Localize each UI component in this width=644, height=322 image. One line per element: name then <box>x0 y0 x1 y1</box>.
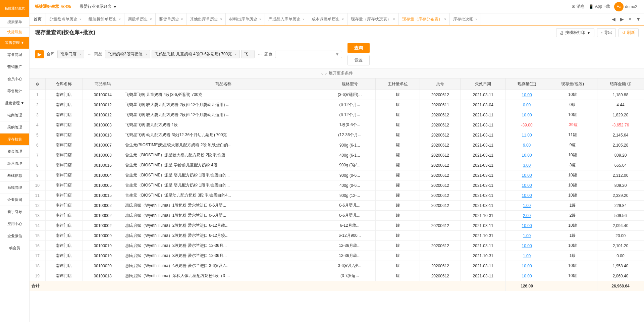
tab-mix-history[interactable]: 调拨单历史 × <box>124 13 156 25</box>
messages-button[interactable]: ✉ 消息 <box>572 4 585 9</box>
query-button[interactable]: 查询 <box>347 43 370 53</box>
tab-close-disassembly[interactable]: × <box>119 17 121 21</box>
sidebar-item-app-center[interactable]: 应用中心 <box>0 218 29 230</box>
tab-menu-button[interactable]: ▼ <box>634 16 643 22</box>
cell-qty-main[interactable]: 10.00 <box>506 170 548 180</box>
warehouse-tag-close[interactable]: × <box>79 52 81 56</box>
expand-more-conditions[interactable]: ⌄⌄ 展开更多条件 <box>30 68 644 78</box>
sidebar-item-finance-mgmt[interactable]: 资金管理 <box>0 146 29 158</box>
cell-amount: 509.56 <box>597 211 644 221</box>
table-row: 14南岸门店00100002惠氏启赋（Wyeth illuma）2段奶粉 爱尔兰… <box>30 221 644 231</box>
refresh-button[interactable]: ↺ 刷新 <box>619 28 639 37</box>
sidebar-item-new-guide[interactable]: 新手引导 <box>0 206 29 218</box>
tab-close-other-outbound[interactable]: × <box>220 17 222 21</box>
tab-close-cost[interactable]: × <box>342 17 344 21</box>
tab-prev-button[interactable]: ◀ <box>610 16 618 22</box>
sidebar-item-retail-shop[interactable]: 零售商城 <box>0 49 29 61</box>
cell-qty-main[interactable]: 10.00 <box>506 180 548 191</box>
product-tag-1-close[interactable]: × <box>145 52 147 56</box>
th-settings[interactable]: ⚙ <box>30 78 45 90</box>
warehouse-more-icon[interactable]: ··· <box>88 52 92 57</box>
template-print-button[interactable]: 🖨 按模板打印 ▼ <box>556 28 594 37</box>
cell-qty-pkg: 10罐 <box>548 221 597 231</box>
cell-qty-main[interactable]: 10.00 <box>506 110 548 120</box>
cell-code: 00100018 <box>83 271 123 281</box>
sidebar-item-purchase-mgmt[interactable]: 采购管理 <box>0 121 29 133</box>
tab-close-batch[interactable]: × <box>475 17 477 21</box>
sidebar-search[interactable]: 搜索菜单 <box>0 17 29 28</box>
th-qty-pkg: 现存量(包装) <box>548 78 597 90</box>
sidebar-item-retail-mgmt[interactable]: 零售管理 ▼ <box>0 37 29 49</box>
tab-next-button[interactable]: ▶ <box>618 16 626 22</box>
sidebar-item-wholesale-mgmt[interactable]: 批发管理 ▼ <box>0 97 29 109</box>
tab-home[interactable]: 首页 <box>30 13 46 25</box>
sidebar-item-business-mgmt[interactable]: 经营管理 <box>0 158 29 170</box>
tab-close-finished[interactable]: × <box>303 17 305 21</box>
th-name: 商品名称 <box>123 78 324 90</box>
cell-qty-pkg: 11罐 <box>548 130 597 140</box>
sidebar-item-enterprise-wechat[interactable]: 企业微信 <box>0 230 29 242</box>
tab-inventory-status[interactable]: 现存量（库存状况表） × <box>347 13 399 25</box>
product-tag-2-close[interactable]: × <box>234 52 236 56</box>
download-icon: 📱 <box>589 4 594 9</box>
filter-expand-button[interactable]: ▶ <box>35 50 44 58</box>
cell-qty-main[interactable]: 10.00 <box>506 241 548 251</box>
cell-qty-main[interactable]: 10.00 <box>506 191 548 201</box>
cell-qty-main[interactable]: 10.00 <box>506 90 548 100</box>
app-download-button[interactable]: 📱 App下载 <box>589 4 610 9</box>
cell-batch: 20200612 <box>420 261 461 271</box>
product-more-icon[interactable]: ··· <box>258 52 262 57</box>
cell-code: 00100012 <box>83 110 123 120</box>
industry-selector[interactable]: 母婴行业演示账套 ▼ <box>77 4 120 9</box>
cell-qty-main[interactable]: 11.00 <box>506 130 548 140</box>
tab-inventory-dist[interactable]: 现存量（库存分布表） × <box>399 13 450 25</box>
cell-code: 00100005 <box>83 180 123 191</box>
sidebar-item-inventory-check[interactable]: 库存核算 <box>0 133 29 146</box>
sidebar-item-retail-stats[interactable]: 零售统计 <box>0 85 29 97</box>
cell-qty-main[interactable]: 10.00 <box>506 261 548 271</box>
tab-inventory-batch[interactable]: 库存批次账 × <box>450 13 481 25</box>
tab-close-split-inventory[interactable]: × <box>79 17 82 21</box>
tab-cost-adjust[interactable]: 成本调整单历史 × <box>308 13 347 25</box>
tab-close-material[interactable]: × <box>259 17 261 21</box>
tab-close-status[interactable]: × <box>393 17 395 21</box>
cell-expire: 2021-03-11 <box>461 160 506 170</box>
cell-code: 00100008 <box>83 150 123 160</box>
tab-close-dist[interactable]: × <box>444 17 446 21</box>
cell-qty-main[interactable]: 10.00 <box>506 150 548 160</box>
sidebar-item-marketing[interactable]: 营销推广 <box>0 61 29 73</box>
cell-qty-main[interactable]: 9.00 <box>506 140 548 150</box>
cell-qty-main[interactable]: 1.00 <box>506 231 548 241</box>
sidebar-item-enterprise-collab[interactable]: 企业协同 <box>0 194 29 206</box>
tab-split-inventory[interactable]: 分量盘点单历史 × <box>46 13 85 25</box>
cell-qty-main[interactable]: 0.00 <box>506 100 548 110</box>
tab-finished-inbound[interactable]: 产成品入库单历史 × <box>265 13 308 25</box>
tab-other-outbound[interactable]: 其他出库单历史 × <box>186 13 226 25</box>
sidebar-item-vip-member[interactable]: 畅会员 <box>0 242 29 254</box>
tab-material-outbound[interactable]: 材料出库单历史 × <box>226 13 265 25</box>
cell-qty-main[interactable]: -39.00 <box>506 120 548 130</box>
cell-qty-pkg: 1罐 <box>548 231 597 241</box>
sidebar-item-member-center[interactable]: 会员中心 <box>0 73 29 85</box>
cell-qty-main[interactable]: 1.00 <box>506 201 548 211</box>
filter-settings-button[interactable]: 设置 <box>347 55 370 65</box>
tab-close-request[interactable]: × <box>181 17 183 21</box>
export-button[interactable]: ↑ 导出 <box>597 28 616 37</box>
cell-qty-main[interactable]: 10.00 <box>506 271 548 281</box>
cell-qty-pkg: 10罐 <box>548 150 597 160</box>
tab-disassembly-history[interactable]: 组装拆卸单历史 × <box>85 13 124 25</box>
cell-qty-main[interactable]: 1.00 <box>506 251 548 261</box>
color-filter-input[interactable]: ▼ <box>275 51 342 58</box>
cell-qty-main[interactable]: 3.00 <box>506 160 548 170</box>
tab-close-mix[interactable]: × <box>150 17 152 21</box>
user-avatar[interactable]: Ea demo2 <box>614 2 637 11</box>
sidebar-quick-nav[interactable]: 快捷导航 <box>0 28 29 37</box>
cell-qty-main[interactable]: 2.00 <box>506 211 548 221</box>
sidebar-item-basic-info[interactable]: 基础信息 <box>0 170 29 182</box>
tab-request-history[interactable]: 要货单历史 × <box>156 13 187 25</box>
cell-qty-main[interactable]: 10.00 <box>506 221 548 231</box>
sidebar-item-system-mgmt[interactable]: 系统管理 <box>0 182 29 194</box>
sidebar-item-ecommerce-mgmt[interactable]: 电商管理 <box>0 109 29 121</box>
cell-no: 2 <box>30 100 45 110</box>
tab-close-all-button[interactable]: × <box>627 16 633 22</box>
